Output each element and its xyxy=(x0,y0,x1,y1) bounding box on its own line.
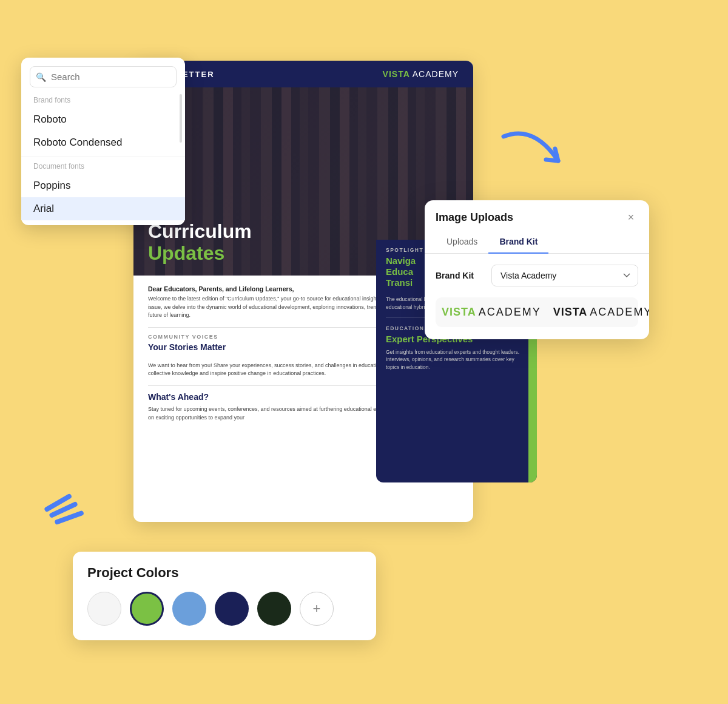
logo-green-variant: VISTA ACADEMY xyxy=(442,306,541,319)
spotlight-title-line1: Naviga xyxy=(386,256,416,266)
add-color-button[interactable]: + xyxy=(300,592,334,626)
vista-logo: VISTA ACADEMY xyxy=(383,69,459,79)
font-item-roboto[interactable]: Roboto xyxy=(21,108,185,131)
project-colors-title: Project Colors xyxy=(87,565,362,581)
logo2-light: ACADEMY xyxy=(590,306,649,319)
panel-title: Image Uploads xyxy=(436,211,513,224)
headline-line1: Curriculum xyxy=(148,221,459,242)
panel-header: Image Uploads × xyxy=(425,200,649,225)
color-swatch-blue[interactable] xyxy=(172,592,206,626)
brand-fonts-label: Brand fonts xyxy=(21,93,185,108)
font-search-wrap: 🔍 xyxy=(21,66,185,93)
color-swatch-dark[interactable] xyxy=(257,592,291,626)
color-swatch-navy[interactable] xyxy=(215,592,249,626)
blue-decorative-lines xyxy=(46,499,76,528)
logo1-bold: VISTA xyxy=(442,306,476,319)
brand-name-bold: VISTA xyxy=(383,69,410,79)
logo-dark-variant: VISTA ACADEMY xyxy=(553,306,649,319)
font-item-arial[interactable]: Arial xyxy=(21,197,185,220)
blue-arrow-decoration xyxy=(497,112,570,173)
brand-kit-row: Brand Kit Vista Academy xyxy=(436,265,638,286)
edu-body: Get insights from educational experts an… xyxy=(386,348,527,371)
font-picker-panel: 🔍 Brand fonts Roboto Roboto Condensed Do… xyxy=(21,58,185,225)
community-title: Your Stories Matter xyxy=(148,342,226,353)
tab-brand-kit[interactable]: Brand Kit xyxy=(488,232,548,254)
font-item-roboto-condensed[interactable]: Roboto Condensed xyxy=(21,131,185,154)
brand-kit-select[interactable]: Vista Academy xyxy=(491,265,638,286)
logo2-bold: VISTA xyxy=(553,306,588,319)
color-swatch-green[interactable] xyxy=(130,592,164,626)
font-section-divider xyxy=(21,157,185,157)
logo1-light: ACADEMY xyxy=(479,306,541,319)
brand-kit-label: Brand Kit xyxy=(436,271,484,280)
brand-name-light: ACADEMY xyxy=(413,69,459,79)
search-icon: 🔍 xyxy=(36,72,46,82)
font-item-poppins[interactable]: Poppins xyxy=(21,174,185,197)
close-button[interactable]: × xyxy=(624,210,638,225)
tab-uploads[interactable]: Uploads xyxy=(436,232,488,254)
community-title-wrap: Your Stories Matter xyxy=(148,342,226,356)
logo-row: VISTA ACADEMY VISTA ACADEMY xyxy=(436,297,638,327)
search-icon-wrap: 🔍 xyxy=(30,66,177,87)
scroll-bar[interactable] xyxy=(180,94,182,143)
spotlight-title-line2: Educa xyxy=(386,266,413,277)
project-colors-panel: Project Colors + xyxy=(73,552,376,640)
image-uploads-panel: Image Uploads × Uploads Brand Kit Brand … xyxy=(425,200,649,339)
color-swatches: + xyxy=(87,592,362,626)
panel-body: Brand Kit Vista Academy VISTA ACADEMY VI… xyxy=(425,254,649,339)
document-fonts-label: Document fonts xyxy=(21,160,185,174)
panel-tabs: Uploads Brand Kit xyxy=(425,225,649,254)
search-input[interactable] xyxy=(30,66,177,87)
spotlight-title-line3: Transi xyxy=(386,277,413,288)
color-swatch-white[interactable] xyxy=(87,592,121,626)
